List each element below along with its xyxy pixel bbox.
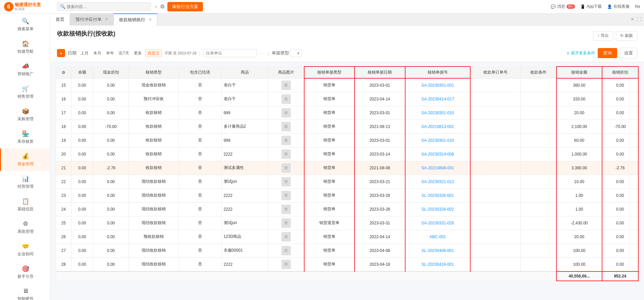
writeoff-no-cell[interactable]: SL-20230418-001 (405, 257, 471, 271)
writeoff-no-cell[interactable]: SA-20230314-008 (405, 147, 471, 161)
writeoff-no-cell[interactable]: SA-20230301-010 (405, 133, 471, 147)
query-btn[interactable]: 查询 (598, 48, 617, 58)
counterparty-input[interactable] (203, 49, 257, 57)
col-product-img: 商品图片 (268, 67, 304, 78)
writeoff-no-cell[interactable]: SA-20230321-012 (405, 175, 471, 188)
custom-date-btn[interactable]: 自定义 (145, 49, 162, 57)
writeoff-voucher-type-cell: 销货单 (304, 106, 355, 120)
writeoff-no-cell[interactable]: SA-20230301-010 (405, 106, 471, 120)
row-num: 27 (56, 244, 71, 257)
writeoff-discount-cell: 0.00 (602, 216, 638, 230)
sidebar-item-label: 系统管理 (17, 229, 34, 234)
product-img-cell: 图 (268, 106, 304, 120)
writeoff-type-cell: 现结收款核销 (129, 188, 179, 202)
expand-more-btn[interactable]: ∨ 展开更多条件 (567, 50, 595, 56)
sidebar-item-sales[interactable]: 🛒 销售管理 (0, 81, 50, 103)
col-writeoff-no: 核销单据号 (405, 67, 471, 78)
writeoff-no-cell[interactable]: ABC-001 (405, 230, 471, 244)
export-btn[interactable]: ↑ 导出 (593, 31, 613, 41)
product-cell: 衣服00001 (221, 244, 268, 257)
message-btn[interactable]: 💬 消息 99+ (551, 4, 575, 9)
counterparty-lookup-btn[interactable]: ··· (258, 50, 265, 57)
table-footer-row: 40,556,66... 952.24 (56, 271, 639, 281)
table-row: 27 0.00 0.00 现结收款核销 否 衣服00001 图 销货单 2023… (56, 244, 639, 257)
settings-btn[interactable]: 设置 (620, 48, 637, 58)
date-range-text: 不限 至 2023-07-26 (165, 51, 197, 56)
product-cell: 123D商品 (221, 230, 268, 244)
writeoff-amount-cell: 333.00 (556, 92, 602, 106)
this-month-btn[interactable]: 本月 (92, 50, 103, 57)
table-area[interactable]: ⚙ 余额 现金折扣 核销类型 包含已结清 商品 商品图片 核销单据类型 核销单据… (50, 62, 644, 300)
writeoff-date-cell: 2023-03-31 (355, 216, 405, 230)
product-cell: 测试jun (221, 216, 268, 230)
writeoff-date-cell: 2023-03-01 (355, 78, 405, 92)
sidebar-item-operations[interactable]: 📊 经营管理 (0, 171, 50, 194)
search-input[interactable] (67, 4, 148, 9)
sidebar-item-search[interactable]: 🔍 搜索菜单 (0, 13, 50, 36)
writeoff-no-cell[interactable]: SA-20230331-026 (405, 216, 471, 230)
tab-home[interactable]: 首页 (50, 13, 70, 26)
sidebar-item-system[interactable]: ⚙ 系统管理 (0, 216, 50, 239)
voucher-type-filter: 单据类型 ▾ (272, 49, 300, 57)
tab-prepay[interactable]: 预付冲应付单 ✕ (70, 13, 114, 26)
sidebar-item-finance[interactable]: 💰 资金管理 (0, 148, 50, 171)
sidebar-item-newbie[interactable]: 🎯 新手引导 (0, 261, 50, 284)
writeoff-voucher-type-cell: 销货单 (304, 161, 355, 175)
top-bar: 6 畅捷通好生意 标准版 🔍 ▾ ⚙ 体验行业方案 💬 消息 99+ 📱 App… (0, 0, 644, 13)
writeoff-discount-cell: 0.00 (602, 257, 638, 271)
sidebar-item-purchase[interactable]: 📦 采购管理 (0, 103, 50, 126)
product-img-cell: 图 (268, 78, 304, 92)
tab-writeoff-close[interactable]: ✕ (149, 17, 152, 22)
maximize-icon[interactable]: ⛶ (637, 17, 641, 22)
tab-writeoff-label: 收款核销执行 (119, 17, 145, 23)
last-7days-btn[interactable]: 近7天 (117, 50, 130, 57)
tab-home-label: 首页 (56, 16, 64, 23)
receipt-order-no-cell (470, 133, 520, 147)
online-service-btn[interactable]: 👤 在线客服 (607, 4, 630, 9)
writeoff-no-cell[interactable]: SA-20210813-001 (405, 120, 471, 133)
writeoff-no-cell[interactable]: SL-20230328-002 (405, 202, 471, 216)
tab-writeoff[interactable]: 收款核销执行 ✕ (114, 13, 157, 26)
last-month-btn[interactable]: 上月 (79, 50, 90, 57)
writeoff-no-cell[interactable]: SA-20230414-017 (405, 92, 471, 106)
include-settled-cell: 否 (178, 257, 221, 271)
sidebar-item-inventory[interactable]: 🏪 库存核算 (0, 126, 50, 148)
writeoff-no-cell[interactable]: SA-20230301-001 (405, 78, 471, 92)
refresh-btn[interactable]: ↻ 刷新 (616, 31, 637, 41)
writeoff-no-cell[interactable]: SL-20230408-001 (405, 244, 471, 257)
message-badge: 99+ (567, 4, 575, 9)
sidebar-item-hardware[interactable]: 🖥 智能硬件 (0, 284, 50, 300)
product-cell: 2222 (221, 147, 268, 161)
receipt-cond-cell (521, 175, 557, 188)
sidebar-item-label: 企业协同 (17, 251, 34, 257)
balance-cell: 0.00 (71, 147, 93, 161)
user-label[interactable]: Rit (635, 4, 640, 9)
receipt-cond-cell (521, 216, 557, 230)
writeoff-voucher-type-cell: 销货单 (304, 188, 355, 202)
writeoff-no-cell[interactable]: SA-20210808-001 (405, 161, 471, 175)
app-download-btn[interactable]: 📱 App下载 (580, 4, 602, 9)
tab-prepay-close[interactable]: ✕ (105, 17, 108, 22)
col-include-settled: 包含已结清 (178, 67, 221, 78)
top-search-bar[interactable]: 🔍 (57, 2, 151, 11)
this-year-btn[interactable]: 本年 (105, 50, 115, 57)
industry-btn[interactable]: 体验行业方案 (167, 2, 203, 11)
more-date-btn[interactable]: 更多 (132, 50, 143, 57)
tab-bar: 首页 预付冲应付单 ✕ 收款核销执行 ✕ ✕ ⛶ (50, 13, 644, 26)
gear-icon[interactable]: ⚙ (160, 3, 165, 10)
sidebar-item-marketing[interactable]: 📣 营销推广 (0, 58, 50, 81)
product-img-cell: 图 (268, 257, 304, 271)
writeoff-date-cell: 2021-08-13 (355, 120, 405, 133)
dropdown-icon[interactable]: ▾ (155, 4, 157, 9)
sidebar-item-corp[interactable]: 🤝 企业协同 (0, 239, 50, 261)
filter-expand-btn[interactable]: » (57, 49, 65, 57)
sidebar-item-shortcut[interactable]: 🏠 快捷导航 (0, 36, 50, 58)
close-window-icon[interactable]: ✕ (631, 17, 634, 22)
sidebar-item-base[interactable]: 📋 基础信息 (0, 194, 50, 216)
voucher-type-select[interactable] (290, 49, 302, 57)
writeoff-no-cell[interactable]: SL-20230328-001 (405, 188, 471, 202)
product-cell: 2222 (221, 188, 268, 202)
online-service-label: 在线客服 (613, 4, 630, 9)
data-table: ⚙ 余额 现金折扣 核销类型 包含已结清 商品 商品图片 核销单据类型 核销单据… (56, 66, 639, 281)
receipt-cond-cell (521, 120, 557, 133)
